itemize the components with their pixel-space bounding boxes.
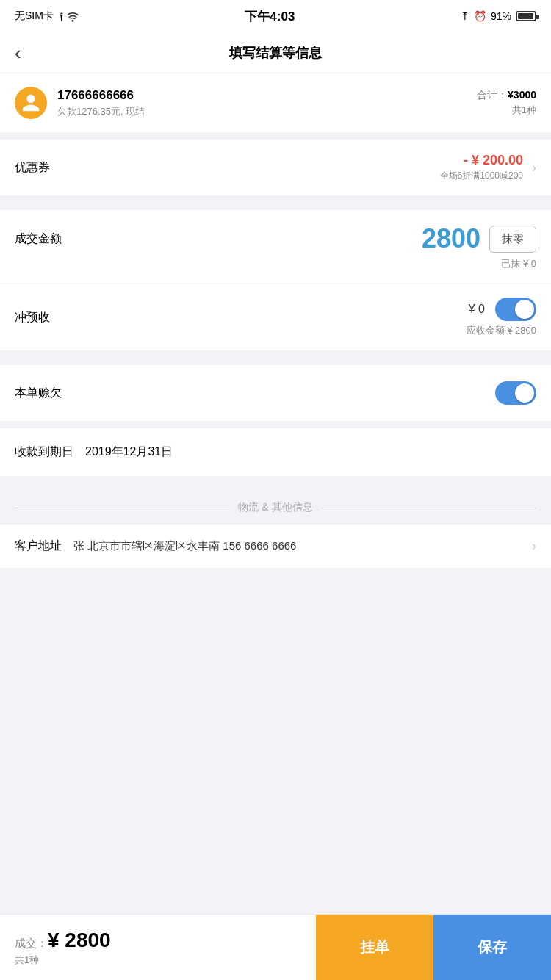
section-divider-3	[0, 483, 551, 491]
prereceive-val: ¥ 0	[469, 303, 485, 316]
bottom-amount: ¥ 2800	[48, 929, 111, 951]
logistics-line-right	[322, 508, 536, 508]
back-button[interactable]: ‹	[15, 43, 21, 62]
amount-sub: 已抹 ¥ 0	[15, 257, 536, 270]
amount-section: 成交金额 2800 抹零 已抹 ¥ 0	[0, 210, 551, 284]
page-title: 填写结算等信息	[229, 44, 322, 62]
amount-row: 成交金额 2800 抹零	[15, 223, 536, 254]
prereceive-label: 冲预收	[15, 310, 50, 325]
battery-icon	[516, 11, 536, 21]
coupon-label: 优惠券	[15, 160, 50, 176]
content-area: 17666666666 欠款1276.35元, 现结 合计：¥3000 共1种 …	[0, 73, 551, 729]
prereceive-toggle[interactable]	[495, 298, 536, 321]
status-right: ⤒ ⏰ 91%	[461, 10, 536, 22]
coupon-section[interactable]: 优惠券 - ¥ 200.00 全场6折满1000减200 ›	[0, 140, 551, 195]
section-divider-1	[0, 203, 551, 210]
user-left: 17666666666 欠款1276.35元, 现结	[15, 87, 145, 119]
address-chevron-icon: ›	[532, 538, 536, 554]
prereceive-right: ¥ 0 应收金额 ¥ 2800	[467, 298, 536, 337]
status-bar: 无SIM卡 𝖋 下午4:03 ⤒ ⏰ 91%	[0, 0, 551, 32]
carrier-text: 无SIM卡	[15, 10, 54, 23]
user-section: 17666666666 欠款1276.35元, 现结 合计：¥3000 共1种	[0, 73, 551, 132]
duedate-section: 收款到期日 2019年12月31日	[0, 428, 551, 476]
bottom-count: 共1种	[15, 954, 301, 967]
user-phone: 17666666666	[57, 88, 145, 103]
coupon-detail: - ¥ 200.00 全场6折满1000减200	[440, 153, 523, 182]
prereceive-sub: 应收金额 ¥ 2800	[467, 324, 536, 337]
duedate-value: 2019年12月31日	[85, 444, 173, 460]
alarm-icon: ⏰	[474, 10, 486, 22]
debt-toggle[interactable]	[495, 381, 536, 405]
coupon-desc: 全场6折满1000减200	[440, 170, 523, 182]
address-value: 张 北京市市辖区海淀区永丰南 156 6666 6666	[73, 538, 529, 555]
amount-value: 2800	[422, 223, 480, 254]
bottom-info: 成交：¥ 2800 共1种	[0, 929, 316, 967]
wifi-icon: 𝖋	[60, 10, 79, 23]
amount-label: 成交金额	[15, 231, 62, 247]
user-info: 17666666666 欠款1276.35元, 现结	[57, 88, 145, 118]
save-button[interactable]: 保存	[433, 915, 551, 980]
total-label: 合计：¥3000	[477, 89, 536, 102]
total-amount: ¥3000	[508, 89, 536, 101]
section-divider-2	[0, 350, 551, 358]
user-right: 合计：¥3000 共1种	[477, 89, 536, 117]
duedate-label: 收款到期日	[15, 444, 73, 460]
logistics-line-left	[15, 508, 229, 508]
coupon-chevron-icon: ›	[532, 160, 536, 176]
status-time: 下午4:03	[245, 8, 295, 25]
nav-bar: ‹ 填写结算等信息	[0, 32, 551, 73]
bottom-bar: 成交：¥ 2800 共1种 挂单 保存	[0, 914, 551, 980]
address-label: 客户地址	[15, 538, 62, 554]
status-left: 无SIM卡 𝖋	[15, 10, 79, 23]
amount-right: 2800 抹零	[422, 223, 536, 254]
debt-label: 本单赊欠	[15, 386, 62, 401]
location-icon: ⤒	[461, 10, 469, 22]
debt-section: 本单赊欠	[0, 365, 551, 421]
logistics-divider: 物流 & 其他信息	[0, 491, 551, 525]
bottom-deal-label: 成交：¥ 2800	[15, 929, 301, 952]
prereceive-amount-row: ¥ 0	[469, 298, 536, 321]
duedate-content: 收款到期日 2019年12月31日	[15, 444, 536, 460]
hold-button[interactable]: 挂单	[316, 915, 433, 980]
battery-percent: 91%	[491, 10, 511, 22]
prereceive-section: 冲预收 ¥ 0 应收金额 ¥ 2800	[0, 284, 551, 350]
total-count: 共1种	[477, 104, 536, 117]
round-zero-button[interactable]: 抹零	[489, 226, 536, 253]
gray-bg-area	[0, 568, 551, 656]
logistics-text: 物流 & 其他信息	[238, 501, 312, 514]
coupon-discount: - ¥ 200.00	[440, 153, 523, 168]
bottom-buttons: 挂单 保存	[316, 915, 551, 980]
coupon-right: - ¥ 200.00 全场6折满1000减200 ›	[440, 153, 536, 182]
address-section[interactable]: 客户地址 张 北京市市辖区海淀区永丰南 156 6666 6666 ›	[0, 525, 551, 568]
user-debt: 欠款1276.35元, 现结	[57, 105, 145, 118]
avatar	[15, 87, 47, 119]
